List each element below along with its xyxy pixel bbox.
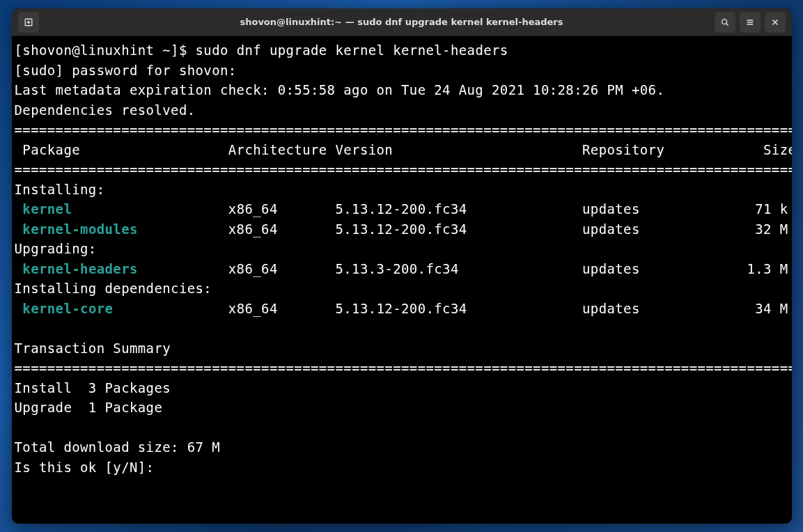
confirm-prompt: Is this ok [y/N]: — [15, 460, 163, 475]
metadata-line: Last metadata expiration check: 0:55:58 … — [15, 82, 665, 97]
titlebar: shovon@linuxhint:~ — sudo dnf upgrade ke… — [12, 8, 792, 36]
prompt: [shovon@linuxhint ~]$ — [15, 42, 196, 58]
summary-install: Install 3 Packages — [15, 380, 171, 396]
section-label-installing: Installing: — [15, 182, 105, 197]
terminal-output[interactable]: [shovon@linuxhint ~]$ sudo dnf upgrade k… — [12, 36, 792, 524]
pkg-row-kernel-modules: x86_64 5.13.12-200.fc34 updates 32 M — [138, 221, 788, 237]
divider: ========================================… — [15, 122, 792, 137]
pkg-row-kernel-headers: x86_64 5.13.3-200.fc34 updates 1.3 M — [138, 261, 788, 276]
pkg-row-kernel: x86_64 5.13.12-200.fc34 updates 71 k — [72, 201, 788, 217]
svg-point-3 — [722, 19, 726, 24]
pkg-name-kernel-headers: kernel-headers — [22, 261, 137, 276]
svg-line-4 — [726, 23, 728, 25]
table-header: Package Architecture Version Repository … — [15, 142, 792, 157]
total-download-size: Total download size: 67 M — [15, 439, 220, 455]
divider: ========================================… — [15, 162, 792, 177]
sudo-password-line: [sudo] password for shovon: — [15, 63, 237, 78]
search-button[interactable] — [715, 12, 735, 33]
window-title: shovon@linuxhint:~ — sudo dnf upgrade ke… — [12, 17, 792, 27]
close-button[interactable] — [765, 12, 786, 33]
pkg-name-kernel-modules: kernel-modules — [22, 221, 137, 237]
command-text: sudo dnf upgrade kernel kernel-headers — [196, 42, 508, 58]
pkg-name-kernel: kernel — [22, 201, 72, 217]
transaction-summary-label: Transaction Summary — [15, 341, 171, 356]
deps-resolved-line: Dependencies resolved. — [15, 102, 196, 118]
section-label-upgrading: Upgrading: — [15, 241, 97, 256]
divider: ========================================… — [15, 360, 792, 375]
new-tab-button[interactable] — [18, 12, 39, 33]
summary-upgrade: Upgrade 1 Package — [15, 400, 163, 415]
terminal-window: shovon@linuxhint:~ — sudo dnf upgrade ke… — [12, 8, 792, 524]
pkg-row-kernel-core: x86_64 5.13.12-200.fc34 updates 34 M — [113, 301, 788, 316]
pkg-name-kernel-core: kernel-core — [22, 301, 113, 316]
section-label-deps: Installing dependencies: — [15, 281, 212, 296]
menu-button[interactable] — [740, 12, 761, 33]
